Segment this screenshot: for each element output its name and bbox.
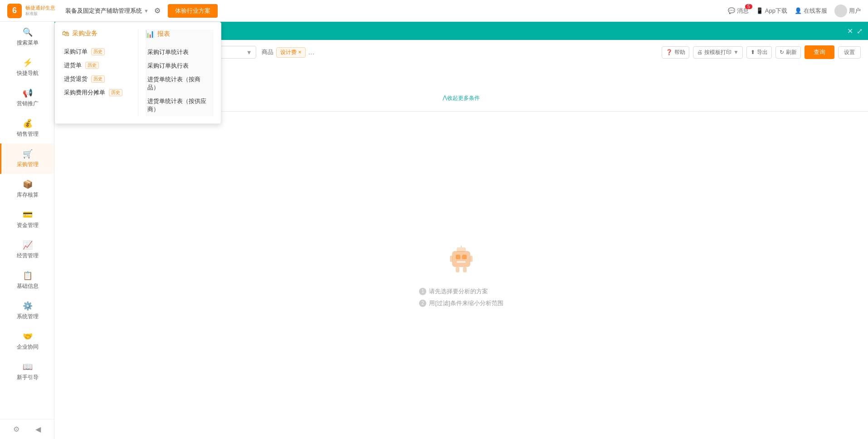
sidebar-item-label-guide: 新手引导 [17,374,39,381]
sidebar-item-system[interactable]: ⚙️ 系统管理 [0,296,54,326]
industry-btn[interactable]: 体验行业方案 [168,4,218,18]
print-label: 按模板打印 [704,49,731,56]
sidebar-item-operation[interactable]: 📈 经营管理 [0,235,54,265]
cooperation-icon: 🤝 [23,331,33,341]
svg-rect-4 [450,256,453,262]
print-btn[interactable]: 🖨 按模板打印 ▼ [693,46,743,59]
empty-num-2: 2 [419,300,426,307]
settings-icon[interactable]: ⚙ [154,6,161,15]
sidebar-item-purchase[interactable]: 🛒 采购管理 [0,143,54,174]
menu-item-expense[interactable]: 采购费用分摊单 历史 [62,86,131,99]
toolbar-right: ❓ 帮助 🖨 按模板打印 ▼ ⬆ 导出 ↻ [662,45,861,59]
collapse-icon: ⋀ [443,94,447,102]
message-icon-item[interactable]: 💬 消息 5 [728,7,749,15]
menu-section-purchase: 🛍 采购业务 采购订单 历史 进货单 历史 进货退货 历史 采购费用分摊单 历史 [62,30,131,116]
menu-item-receiving-stats-supplier-label: 进货单统计表（按供应商） [147,97,212,113]
expense-badge: 历史 [109,89,122,96]
collapse-label: 收起更多条件 [447,94,480,102]
export-label: 导出 [757,49,768,56]
tab-expand-btn[interactable]: ⤢ [857,27,863,35]
app-icon: 📱 [756,7,763,14]
inventory-icon: 📦 [23,179,33,189]
goods-dots[interactable]: ... [308,48,314,56]
receiving-badge: 历史 [85,62,99,69]
export-icon: ⬆ [751,49,755,55]
settings-btn[interactable]: 设置 [838,46,861,59]
sidebar-item-inventory[interactable]: 📦 库存核算 [0,174,54,204]
menu-item-order-exec[interactable]: 采购订单执行表 [146,59,214,73]
logo-badge: 标准版 [25,11,55,17]
menu-item-receiving-stats-goods-label: 进货单统计表（按商品） [147,75,212,92]
app-download-item[interactable]: 📱 App下载 [756,7,787,15]
system-dropdown-arrow[interactable]: ▼ [144,8,149,14]
help-btn[interactable]: ❓ 帮助 [662,46,689,59]
sidebar: 🔍 搜索菜单 ⚡ 快捷导航 📢 营销推广 💰 销售管理 🛒 采购管理 📦 库存核… [0,22,54,439]
svg-rect-6 [456,267,459,272]
online-service-item[interactable]: 👤 在线客服 [795,7,827,15]
tab-close-btn[interactable]: ✕ [847,27,853,35]
menu-item-order-stats[interactable]: 采购订单统计表 [146,45,214,59]
purchase-icon: 🛒 [23,149,33,159]
sidebar-item-guide[interactable]: 📖 新手引导 [0,356,54,387]
sidebar-item-label-marketing: 营销推广 [17,100,39,108]
sidebar-item-sales[interactable]: 💰 销售管理 [0,113,54,143]
export-btn[interactable]: ⬆ 导出 [746,46,772,59]
query-btn[interactable]: 查询 [805,45,834,59]
goods-filter-area: 商品 设计费 × ... [262,47,314,58]
svg-rect-5 [470,256,473,262]
sidebar-settings-icon[interactable]: ⚙ [13,425,20,434]
search-menu-icon: 🔍 [23,27,33,37]
goods-tag[interactable]: 设计费 × [276,47,306,58]
menu-item-order-stats-label: 采购订单统计表 [147,48,189,56]
help-icon: ❓ [666,49,673,55]
refresh-btn[interactable]: ↻ 刷新 [775,46,801,59]
operation-icon: 📈 [23,240,33,250]
empty-hint-1: 请先选择要分析的方案 [429,286,488,297]
menu-item-receiving-label: 进货单 [64,61,82,69]
refresh-label: 刷新 [786,49,797,56]
menu-divider [138,30,138,116]
sidebar-item-basic[interactable]: 📋 基础信息 [0,265,54,296]
marketing-icon: 📢 [23,88,33,98]
menu-item-purchase-order-label: 采购订单 [64,48,88,56]
svg-rect-8 [457,247,466,252]
tab-bar-right: ✕ ⤢ [847,27,866,35]
sidebar-item-search[interactable]: 🔍 搜索菜单 [0,22,54,52]
sidebar-collapse-icon[interactable]: ◀ [35,425,41,434]
purchase-order-badge: 历史 [91,48,105,55]
menu-section2-title: 📊 报表 [146,30,214,40]
svg-rect-2 [462,255,467,259]
svg-rect-7 [463,267,467,272]
goods-tag-remove[interactable]: × [298,49,302,55]
help-label: 帮助 [674,49,685,56]
user-avatar [834,5,847,17]
empty-hint-2: 用[过滤]条件来缩小分析范围 [429,297,503,309]
menu-item-return[interactable]: 进货退货 历史 [62,72,131,86]
logo-icon: 6 [7,4,22,18]
sidebar-bottom: ⚙ ◀ [0,419,54,439]
top-header: 6 畅捷通好生意 标准版 装备及固定资产辅助管理系统 ▼ ⚙ 体验行业方案 💬 … [0,0,868,22]
empty-text: 1 请先选择要分析的方案 2 用[过滤]条件来缩小分析范围 [419,286,503,309]
logo-text: 畅捷通好生意 [25,5,55,11]
sidebar-item-label-purchase: 采购管理 [17,161,39,168]
menu-item-purchase-order[interactable]: 采购订单 历史 [62,45,131,59]
svg-rect-3 [457,261,466,263]
svg-rect-0 [452,251,470,267]
menu-item-receiving-stats-supplier[interactable]: 进货单统计表（按供应商） [146,94,214,116]
sidebar-item-cooperation[interactable]: 🤝 企业协同 [0,326,54,356]
sidebar-item-label-basic: 基础信息 [17,282,39,290]
menu-section-report: 📊 报表 采购订单统计表 采购订单执行表 进货单统计表（按商品） 进货单统计表（… [146,30,214,116]
menu-item-receiving[interactable]: 进货单 历史 [62,59,131,72]
header-right: 💬 消息 5 📱 App下载 👤 在线客服 用户 [728,5,861,17]
menu-item-order-exec-label: 采购订单执行表 [147,62,189,70]
message-badge: 5 [745,4,752,9]
menu-item-receiving-stats-goods[interactable]: 进货单统计表（按商品） [146,73,214,94]
print-icon: 🖨 [697,49,702,55]
sidebar-item-quicknav[interactable]: ⚡ 快捷导航 [0,52,54,83]
service-label: 在线客服 [804,7,827,15]
user-item[interactable]: 用户 [834,5,861,17]
sidebar-item-marketing[interactable]: 📢 营销推广 [0,83,54,113]
empty-illustration [443,242,479,278]
sidebar-item-finance[interactable]: 💳 资金管理 [0,204,54,235]
goods-label: 商品 [262,48,273,56]
